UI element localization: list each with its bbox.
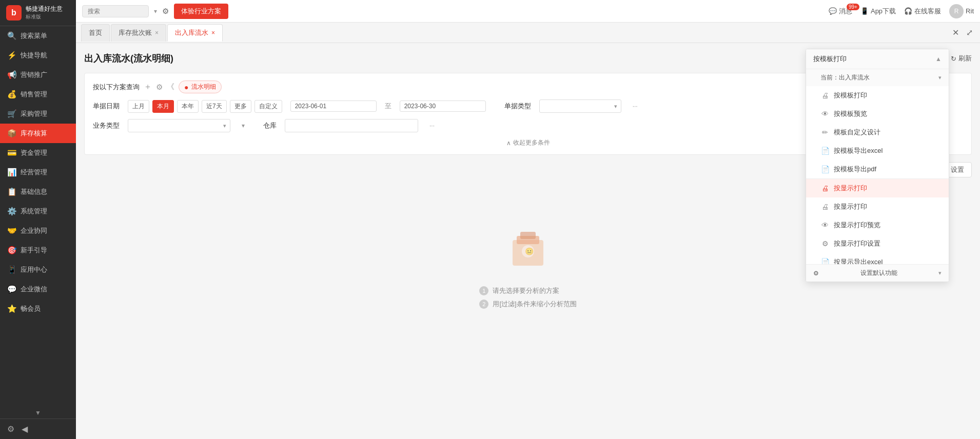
sidebar-item-enterprise[interactable]: 🤝 企业协同: [0, 221, 76, 241]
warehouse-input[interactable]: [285, 119, 418, 132]
dropdown-item-display-print[interactable]: 🖨 按显示打印: [806, 197, 949, 216]
message-badge: 99+: [847, 4, 859, 10]
sidebar-item-wechat[interactable]: 💬 企业微信: [0, 280, 76, 299]
refresh-btn[interactable]: ↻ 刷新: [951, 54, 972, 63]
scroll-down-arrow: ▼: [35, 409, 41, 416]
sidebar-item-finance[interactable]: 💳 资金管理: [0, 143, 76, 163]
printer-icon-1: 🖨: [820, 91, 830, 99]
filter-add-btn[interactable]: ＋: [144, 82, 152, 92]
expand-tab-btn[interactable]: ⤢: [964, 26, 975, 39]
dropdown-item-template-custom[interactable]: ✏ 模板自定义设计: [806, 123, 949, 142]
filter-settings-btn[interactable]: ⚙: [156, 83, 163, 92]
bill-type-more-btn[interactable]: ···: [633, 103, 638, 110]
date-btn-this-month[interactable]: 本月: [152, 100, 174, 113]
topbar-right: 💬 消息 99+ 📱 App下载 🎧 在线客服 R Rit: [829, 4, 974, 18]
business-type-select[interactable]: [128, 119, 230, 132]
sidebar-item-sales[interactable]: 💰 销售管理: [0, 85, 76, 104]
business-type-more-btn[interactable]: ▾: [242, 122, 245, 129]
sidebar-item-guide[interactable]: 🎯 新手引导: [0, 241, 76, 260]
empty-steps: 1 请先选择要分析的方案 2 用[过滤]条件来缩小分析范围: [479, 286, 576, 313]
app-center-icon: 📱: [7, 265, 16, 274]
headset-icon: 🎧: [904, 7, 912, 15]
topbar: ▾ ⚙ 体验行业方案 💬 消息 99+ 📱 App下载 🎧 在线客服 R Rit: [76, 0, 980, 23]
sidebar-item-label-wechat: 企业微信: [21, 285, 47, 294]
dropdown-item-display-export-excel[interactable]: 📄 按显示导出excel: [806, 253, 949, 264]
sidebar-item-membership[interactable]: ⭐ 畅会员: [0, 299, 76, 318]
sidebar-item-system[interactable]: ⚙️ 系统管理: [0, 202, 76, 221]
empty-step-1: 1 请先选择要分析的方案: [479, 286, 576, 295]
collapse-icon: ∧: [506, 139, 511, 147]
online-service-btn[interactable]: 🎧 在线客服: [904, 7, 941, 16]
dropdown-item-template-export-excel[interactable]: 📄 按模板导出excel: [806, 142, 949, 160]
warehouse-label: 仓库: [263, 121, 277, 130]
warehouse-more-btn[interactable]: ···: [429, 122, 435, 129]
bill-type-select[interactable]: [539, 99, 621, 113]
date-btn-7days[interactable]: 近7天: [202, 100, 227, 113]
date-btn-last-month[interactable]: 上月: [128, 100, 149, 113]
sidebar-item-label-enterprise: 企业协同: [21, 226, 47, 235]
sidebar-item-marketing[interactable]: 📢 营销推广: [0, 65, 76, 85]
app-name-block: 畅捷通好生意 标准版: [26, 5, 63, 21]
tab-inout-flow[interactable]: 出入库流水 ×: [167, 24, 223, 42]
svg-text:😐: 😐: [525, 247, 534, 256]
sidebar-item-operations[interactable]: 📊 经营管理: [0, 163, 76, 182]
date-end-input[interactable]: [400, 101, 486, 112]
quick-nav-icon: ⚡: [7, 51, 16, 60]
tab-batch-account-label: 库存批次账: [119, 28, 152, 37]
sidebar-item-search-menu[interactable]: 🔍 搜索菜单: [0, 26, 76, 46]
dropdown-footer[interactable]: ⚙ 设置默认功能 ▾: [806, 264, 949, 282]
settings-icon[interactable]: ⚙: [7, 424, 14, 434]
dropdown-item-display-preview[interactable]: 👁 按显示打印预览: [806, 216, 949, 234]
user-avatar-btn[interactable]: R Rit: [949, 4, 974, 18]
dropdown-item-template-preview[interactable]: 👁 按模板预览: [806, 105, 949, 123]
step-num-1: 1: [479, 286, 488, 295]
search-input[interactable]: [82, 5, 149, 17]
dropdown-item-template-export-pdf[interactable]: 📄 按模板导出pdf: [806, 160, 949, 178]
dropdown-display-section: 🖨 按显示打印 🖨 按显示打印 👁 按显示打印预览 ⚙ 按显示打印设置 📄: [806, 179, 949, 264]
date-btn-custom[interactable]: 自定义: [254, 100, 282, 113]
username: Rit: [966, 7, 974, 15]
settings-gear-icon[interactable]: ⚙: [162, 7, 169, 16]
avatar: R: [949, 4, 964, 18]
date-btn-more[interactable]: 更多: [230, 100, 251, 113]
tab-inout-flow-label: 出入库流水: [175, 28, 208, 37]
date-start-input[interactable]: [290, 101, 377, 112]
sidebar-item-app-center[interactable]: 📱 应用中心: [0, 260, 76, 280]
dropdown-current-chevron: ▾: [938, 74, 942, 81]
sidebar-scroll-down[interactable]: ▼: [0, 407, 76, 418]
app-download-btn[interactable]: 📱 App下载: [860, 7, 896, 16]
dropdown-footer-icon: ⚙: [813, 270, 819, 277]
dropdown-header-chevron[interactable]: ▲: [935, 55, 942, 63]
tab-batch-account[interactable]: 库存批次账 ×: [111, 24, 166, 42]
dropdown-panel: 按模板打印 ▲ 当前：出入库流水 ▾ 🖨 按模板打印 👁 按模板预览 ✏ 模板自: [806, 49, 949, 282]
tab-home[interactable]: 首页: [81, 24, 110, 42]
message-btn[interactable]: 💬 消息 99+: [829, 7, 852, 16]
filter-collapse-btn[interactable]: 《: [167, 82, 174, 92]
date-btn-this-year[interactable]: 本年: [177, 100, 199, 113]
close-all-tabs-btn[interactable]: ✕: [950, 26, 961, 39]
dropdown-item-display-print-settings[interactable]: ⚙ 按显示打印设置: [806, 234, 949, 253]
sidebar-item-quick-nav[interactable]: ⚡ 快捷导航: [0, 46, 76, 65]
message-chat-icon: 💬: [829, 7, 837, 15]
sidebar-item-basic-info[interactable]: 📋 基础信息: [0, 182, 76, 202]
app-name: 畅捷通好生意: [26, 5, 63, 13]
collapse-sidebar-icon[interactable]: ◀: [22, 424, 28, 434]
tab-batch-account-close[interactable]: ×: [155, 29, 159, 36]
bill-type-label: 单据类型: [504, 102, 531, 111]
filter-tag-label: 流水明细: [191, 83, 216, 91]
sidebar-item-label-sales: 销售管理: [21, 90, 47, 99]
sidebar-item-label-marketing: 营销推广: [21, 70, 47, 79]
dropdown-item-template-print[interactable]: 🖨 按模板打印: [806, 86, 949, 105]
sidebar-item-purchase[interactable]: 🛒 采购管理: [0, 104, 76, 124]
tab-inout-flow-close[interactable]: ×: [211, 29, 215, 36]
industry-btn[interactable]: 体验行业方案: [174, 4, 228, 19]
dropdown-current-label: 当前：出入库流水: [820, 73, 870, 82]
collapse-label: 收起更多条件: [513, 138, 550, 147]
dropdown-item-display-print-section[interactable]: 🖨 按显示打印: [806, 179, 949, 197]
search-chevron-icon[interactable]: ▾: [154, 8, 157, 15]
printer-icon-3: 🖨: [820, 203, 830, 211]
sidebar-item-inventory[interactable]: 📦 库存核算: [0, 124, 76, 143]
sidebar: b 畅捷通好生意 标准版 🔍 搜索菜单 ⚡ 快捷导航 📢 营销推广 💰 销售管理…: [0, 0, 76, 439]
dropdown-current-item[interactable]: 当前：出入库流水 ▾: [806, 69, 949, 86]
excel-icon-1: 📄: [820, 147, 830, 155]
